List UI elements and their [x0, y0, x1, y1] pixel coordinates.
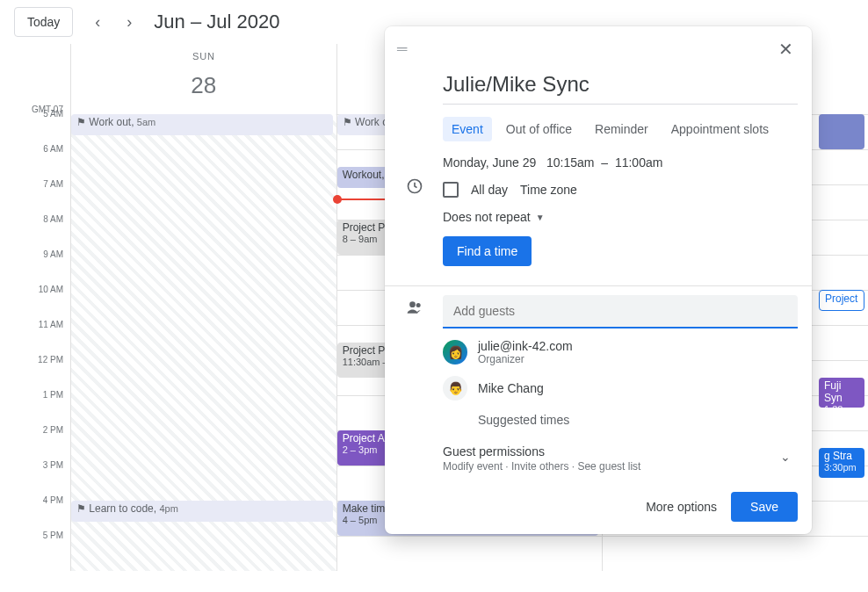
all-day-label: All day — [471, 183, 508, 197]
avatar: 👨 — [443, 376, 467, 401]
suggested-times-link[interactable]: Suggested times — [478, 413, 798, 427]
hour-label: 5 AM — [0, 109, 70, 144]
recurrence-dropdown[interactable]: Does not repeat▼ — [443, 210, 798, 224]
hour-label: 1 PM — [0, 390, 70, 425]
event-workout-sun[interactable]: Work out, 5am — [71, 114, 333, 135]
hour-label: 12 PM — [0, 355, 70, 390]
event-project-fragment[interactable]: Project — [819, 290, 864, 311]
guest-row[interactable]: 👨 Mike Chang — [443, 376, 798, 401]
save-button[interactable]: Save — [731, 492, 798, 522]
event-strategy-fragment[interactable]: g Stra3:30pm — [819, 448, 864, 478]
event-time-row[interactable]: Monday, June 29 10:15am – 11:00am — [443, 155, 798, 170]
hour-label: 3 PM — [0, 460, 70, 495]
close-button[interactable]: ✕ — [771, 35, 799, 63]
tab-appointment-slots[interactable]: Appointment slots — [662, 117, 778, 141]
date-range-label: Jun – Jul 2020 — [154, 11, 279, 33]
drag-handle-icon[interactable]: ═ — [397, 41, 407, 57]
next-period-button[interactable]: › — [115, 8, 143, 36]
hour-label: 6 AM — [0, 144, 70, 179]
hour-label: 4 PM — [0, 495, 70, 531]
event-fuji-sync[interactable]: Fuji Syn1:30pm — [819, 378, 864, 408]
today-button[interactable]: Today — [14, 7, 73, 37]
tab-out-of-office[interactable]: Out of office — [497, 117, 581, 141]
hour-label: 9 AM — [0, 249, 70, 285]
all-day-checkbox[interactable] — [443, 182, 459, 198]
timezone-label: GMT-07 — [0, 44, 70, 114]
guest-row-organizer[interactable]: 👩 julie@ink-42.com Organizer — [443, 339, 798, 365]
hour-label: 7 AM — [0, 179, 70, 214]
more-options-button[interactable]: More options — [646, 500, 717, 514]
event-create-dialog: ═ ✕ Event Out of office Reminder Appoint… — [385, 26, 812, 534]
event-title-input[interactable] — [443, 69, 798, 105]
time-zone-link[interactable]: Time zone — [520, 183, 577, 197]
people-icon — [404, 299, 425, 316]
avatar: 👩 — [443, 340, 467, 365]
clock-icon — [404, 177, 425, 195]
hour-label: 10 AM — [0, 285, 70, 320]
date-number[interactable]: 28 — [184, 65, 224, 105]
find-a-time-button[interactable]: Find a time — [443, 236, 532, 266]
chevron-down-icon: ▼ — [536, 213, 545, 222]
tab-event[interactable]: Event — [443, 117, 492, 141]
add-guests-input[interactable] — [443, 295, 798, 328]
hour-label: 8 AM — [0, 214, 70, 249]
day-column-sun[interactable]: SUN 28 Work out, 5am Learn to code, 4pm — [70, 44, 336, 571]
dow-label: SUN — [71, 51, 336, 61]
hour-label: 5 PM — [0, 531, 70, 566]
chevron-down-icon[interactable]: ⌄ — [780, 450, 791, 464]
prev-period-button[interactable]: ‹ — [83, 8, 112, 36]
hour-label: 11 AM — [0, 320, 70, 355]
tab-reminder[interactable]: Reminder — [586, 117, 657, 141]
svg-point-1 — [409, 301, 416, 307]
svg-point-2 — [416, 303, 421, 307]
guest-permissions-label: Guest permissions — [443, 444, 798, 458]
guest-permissions-summary: Modify event · Invite others · See guest… — [443, 460, 798, 473]
event-learn-to-code[interactable]: Learn to code, 4pm — [71, 501, 333, 522]
event-fragment[interactable] — [819, 114, 864, 149]
hour-label: 2 PM — [0, 425, 70, 460]
